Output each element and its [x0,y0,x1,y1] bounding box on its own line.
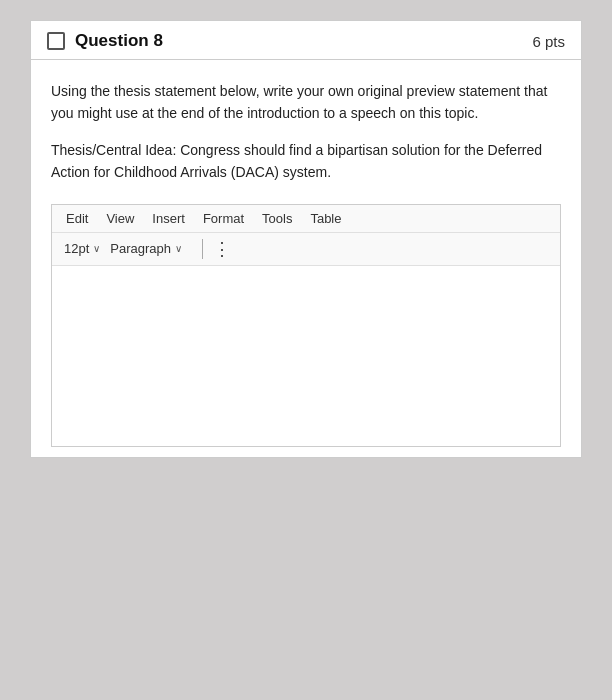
menu-insert[interactable]: Insert [152,211,185,226]
font-size-select[interactable]: 12pt ∨ [64,241,100,256]
question-text: Using the thesis statement below, write … [51,80,561,125]
paragraph-style-value: Paragraph [110,241,171,256]
format-bar-divider [202,239,203,259]
question-body: Using the thesis statement below, write … [31,60,581,457]
question-title: Question 8 [75,31,163,51]
paragraph-style-select[interactable]: Paragraph ∨ [110,241,182,256]
editor-content-area[interactable] [52,266,560,446]
question-header-left: Question 8 [47,31,163,51]
question-checkbox-icon[interactable] [47,32,65,50]
font-size-chevron-icon: ∨ [93,243,100,254]
question-header: Question 8 6 pts [31,21,581,60]
editor-menu-bar: Edit View Insert Format Tools Table [52,205,560,233]
menu-view[interactable]: View [106,211,134,226]
menu-tools[interactable]: Tools [262,211,292,226]
menu-table[interactable]: Table [310,211,341,226]
question-pts: 6 pts [532,33,565,50]
menu-edit[interactable]: Edit [66,211,88,226]
more-options-icon[interactable]: ⋮ [213,238,232,260]
thesis-text: Thesis/Central Idea: Congress should fin… [51,139,561,184]
font-size-value: 12pt [64,241,89,256]
question-card: Question 8 6 pts Using the thesis statem… [30,20,582,458]
menu-format[interactable]: Format [203,211,244,226]
editor-format-bar: 12pt ∨ Paragraph ∨ ⋮ [52,233,560,266]
paragraph-chevron-icon: ∨ [175,243,182,254]
editor-container: Edit View Insert Format Tools Table 12pt… [51,204,561,447]
